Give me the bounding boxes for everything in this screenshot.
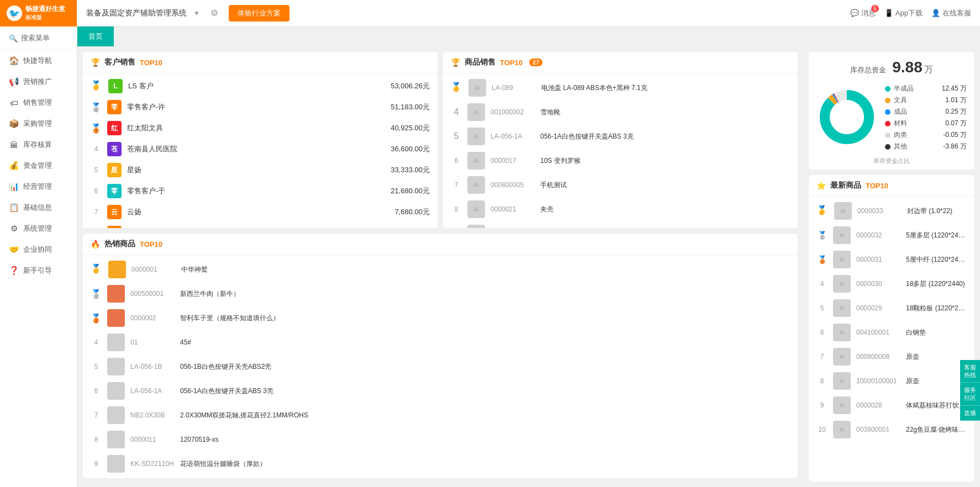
float-buttons: 客服热线 服务社区 直播 (960, 360, 980, 421)
sidebar-item-basic[interactable]: 📋 基础信息 (0, 197, 77, 218)
new-item-6: 6 Ai 004100001 白钢垫 (809, 320, 974, 345)
prod-desc-3: 056-1A白色按键开关盖ABS 3克 (540, 132, 790, 141)
prod-thumb-7: Ai (467, 225, 485, 228)
new-item-7: 7 Ai 000800008 原壶 (809, 345, 974, 369)
hot-name-4: 45# (180, 338, 790, 346)
sidebar: 🐦 畅捷通好生意 标准版 🔍 搜索菜单 🏠 快捷导航 📢 营销推广 🏷 销售管理… (0, 0, 77, 487)
new-num-4: 4 (816, 278, 828, 289)
hot-num-7: 7 (91, 410, 102, 421)
product-sales-title: 商品销售 (465, 57, 496, 67)
purchase-icon: 📦 (9, 119, 19, 129)
prod-thumb-5: Ai (467, 176, 485, 194)
new-thumb-1: Ai (834, 202, 852, 220)
sidebar-nav: 🏠 快捷导航 📢 营销推广 🏷 销售管理 📦 采购管理 🏛 库存核算 💰 资金管… (0, 50, 77, 487)
prod-medal-2: 4 (451, 107, 462, 118)
title-dropdown-icon[interactable]: ▼ (193, 9, 200, 17)
app-download-item[interactable]: 📱 App下载 (884, 8, 923, 18)
legend-name-3: 材料 (894, 119, 942, 128)
sidebar-item-finance[interactable]: 💰 资金管理 (0, 155, 77, 176)
sidebar-item-marketing[interactable]: 📢 营销推广 (0, 71, 77, 92)
customer-name-3: 红太阳文具 (127, 123, 385, 133)
rank-num-7: 7 (91, 207, 102, 218)
prod-desc-5: 手机测试 (540, 181, 790, 190)
customer-rank-item-6: 6 零 零售客户-于 21,680.00元 (83, 181, 438, 202)
inventory-chart-area: 半成品 12.45 万 文具 1.01 万 成品 0.25 万 (809, 78, 974, 157)
new-num-5: 5 (816, 303, 828, 314)
prod-desc-6: 夹壳 (540, 205, 790, 214)
hot-code-3: 0000002 (130, 314, 175, 322)
sidebar-item-purchase[interactable]: 📦 采购管理 (0, 113, 77, 134)
float-btn-service[interactable]: 客服热线 (960, 360, 980, 383)
legend-val-3: 0.07 万 (945, 119, 967, 128)
prod-thumb-3: Ai (467, 128, 485, 145)
new-item-9: 9 Ai 0000028 体斌荔枝味苏打饮品400毫升（1*15） (809, 393, 974, 417)
legend-name-1: 文具 (894, 96, 942, 105)
new-code-1: 0000033 (857, 207, 902, 215)
new-item-8: 8 Ai 10000100001 原壶 (809, 369, 974, 393)
hot-medal-1: 🥇 (91, 263, 103, 276)
sidebar-item-quick-nav[interactable]: 🏠 快捷导航 (0, 50, 77, 71)
product-rank-item-3: 5 Ai LA-056-1A 056-1A白色按键开关盖ABS 3克 (443, 124, 798, 149)
search-menu-button[interactable]: 🔍 搜索菜单 (6, 31, 71, 45)
trial-button[interactable]: 体验行业方案 (229, 5, 289, 22)
newest-products-header: ⭐ 最新商品 TOP10 (809, 175, 974, 196)
legend-val-5: -3.86 万 (943, 142, 967, 151)
hot-item-9: 9 KK-SD22110H 花语萌恒温分腿睡袋（厚款） (83, 452, 798, 476)
product-sales-header: 🏆 商品销售 TOP10 27 (443, 52, 798, 73)
settings-icon[interactable]: ⚙ (207, 6, 222, 21)
hot-code-5: LA-056-1B (130, 363, 175, 370)
prod-num-4: 6 (451, 155, 462, 166)
top-rankings-row: 🏆 客户销售 TOP10 🥇 L LS 客户 53,006.26元 (83, 52, 798, 228)
customer-ranking-title: 客户销售 (104, 57, 135, 67)
legend-item-3: 材料 0.07 万 (885, 119, 967, 128)
hot-products-title: 热销商品 (104, 239, 135, 249)
online-service-item[interactable]: 👤 在线客服 (931, 8, 971, 18)
hot-num-4: 4 (91, 337, 102, 348)
hot-item-8: 8 0000011 12070519-xs (83, 427, 798, 452)
customer-name-4: 苍南县人民医院 (127, 144, 385, 154)
inventory-chart-label: 库存资金占比 (809, 157, 974, 170)
sidebar-item-cooperation[interactable]: 🤝 企业协同 (0, 239, 77, 260)
hot-thumb-2 (107, 285, 125, 303)
hot-name-2: 新西兰牛肉（新牛） (180, 289, 790, 299)
sidebar-item-guide[interactable]: ❓ 新手引导 (0, 260, 77, 281)
sidebar-item-inventory[interactable]: 🏛 库存核算 (0, 134, 77, 155)
star-icon: ⭐ (816, 181, 826, 190)
customer-avatar-2: 零 (107, 100, 122, 114)
new-medal-1: 🥇 (816, 205, 829, 217)
new-num-10: 10 (816, 424, 828, 435)
hot-name-7: 2.0X30MM双搓花轴,搓花直径2.1MM/ROHS (180, 411, 790, 420)
prod-code-5: 000800005 (491, 181, 535, 189)
new-thumb-9: Ai (833, 396, 851, 414)
newest-title: 最新商品 (830, 181, 861, 190)
hot-name-9: 花语萌恒温分腿睡袋（厚款） (180, 459, 790, 469)
sidebar-item-operation[interactable]: 📊 经营管理 (0, 176, 77, 197)
new-num-7: 7 (816, 351, 828, 362)
new-code-6: 004100001 (856, 329, 900, 336)
product-sales-list: 🥇 Ai LA-089 电池盖 LA-089 ABS本色+黑种 7.1克 4 A… (443, 73, 798, 228)
phone-icon: 📱 (884, 9, 893, 17)
inventory-legend: 半成品 12.45 万 文具 1.01 万 成品 0.25 万 (885, 84, 967, 151)
tab-home[interactable]: 首页 (77, 27, 114, 46)
customer-avatar-1: L (108, 79, 123, 93)
customer-rank-item-5: 5 星 星扬 33,333.00元 (83, 160, 438, 181)
float-btn-live[interactable]: 直播 (960, 406, 980, 421)
new-code-5: 0000029 (856, 304, 900, 312)
hot-products-top10: TOP10 (140, 240, 162, 248)
logo-text-block: 畅捷通好生意 标准版 (25, 5, 65, 22)
sidebar-item-sales[interactable]: 🏷 销售管理 (0, 92, 77, 113)
sidebar-item-system[interactable]: ⚙ 系统管理 (0, 218, 77, 239)
customer-value-4: 36,600.00元 (391, 144, 430, 154)
content-main: 🏆 客户销售 TOP10 🥇 L LS 客户 53,006.26元 (77, 46, 803, 487)
prod-thumb-6: Ai (467, 200, 485, 218)
new-medal-2: 🥈 (816, 230, 828, 241)
customer-value-3: 40,925.00元 (391, 123, 430, 133)
search-menu-area[interactable]: 🔍 搜索菜单 (0, 27, 77, 50)
new-thumb-6: Ai (833, 324, 851, 341)
float-btn-community[interactable]: 服务社区 (960, 383, 980, 406)
product-rank-item-6: 8 Ai 0000021 夹壳 (443, 197, 798, 221)
message-item[interactable]: 💬 消息 6 (850, 8, 876, 18)
customer-name-6: 零售客户-于 (127, 186, 385, 196)
customer-avatar-5: 星 (107, 163, 122, 177)
legend-item-1: 文具 1.01 万 (885, 96, 967, 105)
